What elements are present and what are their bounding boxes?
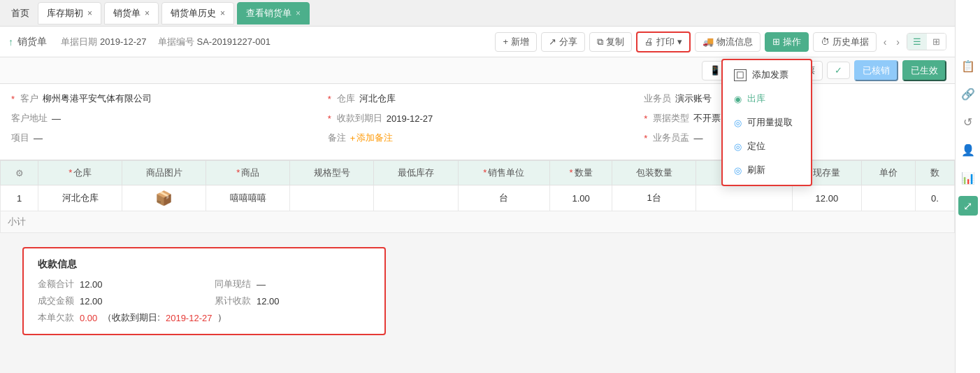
salesman2-value: — [693,133,702,143]
tab-sales-history[interactable]: 销货单历史 × [161,2,234,24]
total-row: 金额合计 12.00 [38,278,194,290]
operations-label: 操作 [783,36,801,48]
tab-sales-history-label: 销货单历史 [171,7,216,20]
col-unit: *销售单位 [458,161,550,185]
payment-date-field: * 收款到期日 2019-12-27 [328,112,628,125]
balance-value: 0.00 [80,313,97,323]
tab-view-sales-label: 查看销货单 [246,7,291,20]
check-icon: ✓ [835,65,842,76]
print-label: 打印 [656,36,675,48]
tab-view-sales[interactable]: 查看销货单 × [237,2,310,24]
payment-grid: 金额合计 12.00 同单现结 — 成交金额 12.00 累计收款 12.00 [38,278,370,324]
nav-prev[interactable]: ‹ [881,36,890,48]
available-qty-label: 可用量提取 [747,116,793,129]
row-min-stock [374,185,458,211]
locate-icon: ◎ [734,141,742,152]
confirm-button[interactable]: ✓ [827,62,850,79]
row-package: 1台 [612,185,696,211]
checked-button[interactable]: 已核销 [854,60,898,81]
subtotal-row: 小计 [1,211,955,233]
sidebar-refresh-icon[interactable]: ↺ [958,112,978,132]
refresh-label: 刷新 [747,164,765,176]
doc-type: ↑ 销货单 [8,36,47,48]
payment-date-value: 2019-12-27 [387,113,433,124]
balance-note: （收款到期日: [103,311,160,324]
date-label: 单据日期 [61,36,97,48]
list-view-button[interactable]: ☰ [907,34,927,50]
effective-button[interactable]: 已生效 [902,60,946,81]
add-note-button[interactable]: + 添加备注 [350,132,394,144]
col-gear: ⚙ [1,161,38,185]
sidebar-doc-icon[interactable]: 📋 [958,56,978,76]
col-warehouse: *仓库 [38,161,122,185]
tab-sales[interactable]: 销货单 × [104,2,159,24]
tab-inventory-close[interactable]: × [87,8,92,18]
row-stock: 12.00 [793,185,862,211]
col-price: 单价 [861,161,915,185]
history-label: 历史单据 [833,36,869,48]
new-button[interactable]: + 新增 [495,32,536,52]
warehouse-label: 仓库 [337,92,355,105]
locate-label: 定位 [747,140,765,153]
history-icon: ⏱ [821,36,830,47]
tab-inventory[interactable]: 库存期初 × [38,2,101,24]
logistics-icon: 🚚 [702,36,714,47]
sidebar-link-icon[interactable]: 🔗 [958,84,978,104]
tab-sales-history-close[interactable]: × [220,8,225,18]
invoice-icon: ☐ [734,69,747,81]
customer-field: * 客户 柳州粤港平安气体有限公司 [11,92,311,105]
refresh-icon: ◎ [734,165,742,176]
operations-button[interactable]: ⊞ 操作 [765,32,809,52]
grid-icon: ⊞ [772,36,780,47]
address-field: 客户地址 — [11,112,311,125]
sidebar-chart-icon[interactable]: 📊 [958,168,978,188]
payment-title: 收款信息 [38,258,370,271]
radio-selected-icon: ◉ [734,94,742,104]
tab-sales-close[interactable]: × [145,8,150,18]
logistics-button[interactable]: 🚚 物流信息 [695,32,761,52]
history-button[interactable]: ⏱ 历史单据 [813,32,877,52]
row-quantity: 1.00 [550,185,612,211]
locate-item[interactable]: ◎ 定位 [723,134,811,158]
doc-type-label: 销货单 [17,36,47,48]
row-product: 嘻嘻嘻嘻 [206,185,290,211]
total-value: 12.00 [80,279,103,290]
cumulative-value: 12.00 [257,296,280,307]
nav-next[interactable]: › [893,36,902,48]
logistics-label: 物流信息 [716,36,753,48]
print-button[interactable]: 🖨 打印 ▾ [636,31,691,52]
available-qty-item[interactable]: ◎ 可用量提取 [723,111,811,134]
deal-amount-value: 12.00 [80,296,103,307]
same-order-row: 同单现结 — [215,278,370,290]
add-invoice-item[interactable]: ☐ 添加发票 [723,63,811,87]
tab-view-sales-close[interactable]: × [296,8,301,18]
balance-row: 本单欠款 0.00 （收款到期日: 2019-12-27 ） [38,311,370,324]
plus-icon: + [350,133,356,143]
payment-section: 收款信息 金额合计 12.00 同单现结 — 成交金额 12.00 [22,247,386,335]
refresh-item[interactable]: ◎ 刷新 [723,158,811,182]
required-marker-3: * [328,113,331,124]
note-label: 备注 [328,132,346,144]
copy-button[interactable]: ⧉ 复制 [589,32,632,52]
payment-date-label: 收款到期日 [337,112,382,125]
print-icon: 🖨 [644,36,654,47]
print-chevron: ▾ [677,36,682,47]
col-min-stock: 最低库存 [374,161,458,185]
copy-label: 复制 [606,36,624,48]
row-warehouse: 河北仓库 [38,185,122,211]
col-amount: 数 [915,161,954,185]
warehouse-out-item[interactable]: ◉ 出库 [723,87,811,111]
tab-home[interactable]: 首页 [6,7,35,20]
required-marker-5: * [644,133,647,143]
total-label: 金额合计 [38,278,74,290]
share-button[interactable]: ↗ 分享 [541,32,585,52]
sidebar-user-icon[interactable]: 👤 [958,140,978,160]
operations-dropdown: ☐ 添加发票 ◉ 出库 ◎ 可用量提取 ◎ 定位 ◎ 刷新 [721,59,812,186]
sidebar-expand-icon[interactable]: ⤢ [958,196,978,216]
doc-no-field: 单据编号 SA-20191227-001 [158,36,271,48]
doc-no-value: SA-20191227-001 [197,36,271,47]
grid-view-button[interactable]: ⊞ [927,34,946,50]
doc-icon: ↑ [8,36,13,48]
row-spec [290,185,374,211]
settings-icon[interactable]: ⚙ [15,168,24,178]
